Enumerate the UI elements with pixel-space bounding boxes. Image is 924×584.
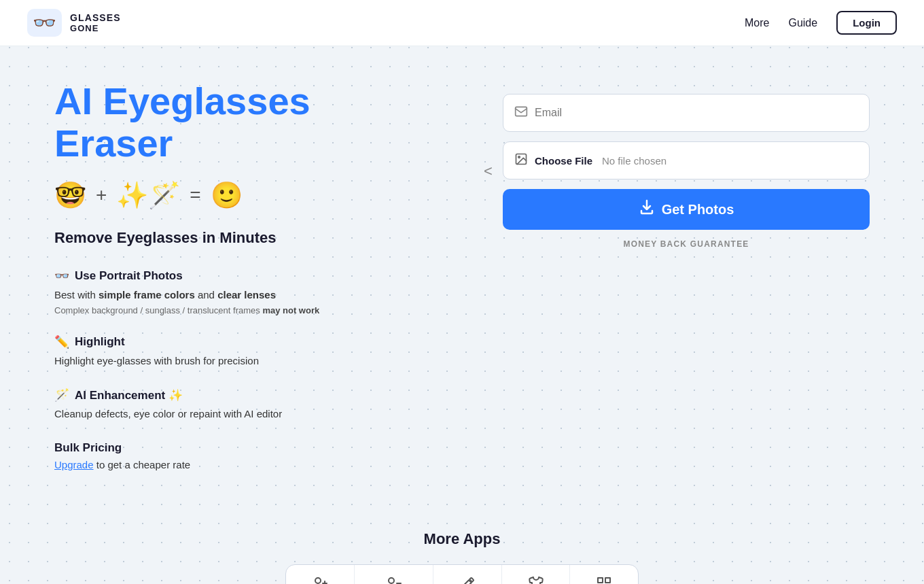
feature-ai-desc: Cleanup defects, eye color or repaint wi… <box>54 407 462 422</box>
app-photo-bomb[interactable]: PhotoBomb <box>286 565 355 584</box>
svg-point-2 <box>518 156 520 158</box>
app-erase-replace[interactable]: Erase &Replace <box>433 565 502 584</box>
get-photos-label: Get Photos <box>662 202 734 218</box>
emoji-plus: + <box>96 184 107 206</box>
feature-highlight-title: ✏️ Highlight <box>54 334 462 349</box>
apps-row: PhotoBomb EraseBackground Erase &Replace… <box>285 564 639 584</box>
hero-title-line1: AI Eyeglasses <box>54 80 310 122</box>
brand-sub: GONE <box>70 23 121 33</box>
file-input-group[interactable]: Choose File No file chosen <box>503 141 870 179</box>
right-column: < <box>503 94 870 249</box>
email-icon <box>514 105 528 122</box>
brand-icon: 👓 <box>27 9 62 37</box>
hero-title-line2: Eraser <box>54 122 173 165</box>
glasses-icon: 👓 <box>54 269 69 284</box>
login-button[interactable]: Login <box>836 11 897 35</box>
hero-subtitle: Remove Eyeglasses in Minutes <box>54 229 462 247</box>
nav-guide[interactable]: Guide <box>788 17 817 29</box>
pencil-icon: ✏️ <box>54 334 69 349</box>
feature-portrait-sub: Complex background / sunglass / transluc… <box>54 305 462 315</box>
bulk-pricing-title: Bulk Pricing <box>54 441 462 455</box>
brand-text: GLASSES GONE <box>70 12 121 34</box>
download-icon <box>639 199 655 220</box>
more-apps-title: More Apps <box>54 530 870 548</box>
person-remove-icon <box>385 576 402 584</box>
more-apps-section: More Apps PhotoBomb EraseBackground Eras… <box>27 530 897 584</box>
emoji-eq: = <box>190 184 200 206</box>
main-content: AI Eyeglasses Eraser 🤓 + ✨🪄 = 🙂 Remove E… <box>27 46 897 489</box>
arrow-hint: < <box>484 162 493 180</box>
choose-file-label[interactable]: Choose File <box>535 155 592 167</box>
app-erase-background[interactable]: EraseBackground <box>355 565 434 584</box>
upgrade-link[interactable]: Upgrade <box>54 459 94 470</box>
app-try-clothes[interactable]: TryClothes <box>502 565 571 584</box>
nav-more[interactable]: More <box>745 17 769 29</box>
feature-portrait-desc: Best with simple frame colors and clear … <box>54 288 462 303</box>
wand-icon: 🪄 <box>54 388 69 402</box>
get-photos-button[interactable]: Get Photos <box>503 189 870 230</box>
feature-portrait-title: 👓 Use Portrait Photos <box>54 269 462 284</box>
brand-name: GLASSES <box>70 12 121 24</box>
email-field[interactable] <box>535 107 858 119</box>
email-input-group <box>503 94 870 132</box>
paintbrush-icon <box>459 576 476 584</box>
svg-rect-0 <box>516 107 527 116</box>
feature-highlight: ✏️ Highlight Highlight eye-glasses with … <box>54 334 462 369</box>
shirt-icon <box>528 576 544 584</box>
form-card: < <box>503 94 870 249</box>
svg-rect-9 <box>605 578 610 583</box>
image-icon <box>514 152 528 169</box>
navbar: 👓 GLASSES GONE More Guide Login <box>0 0 924 46</box>
brand-logo-link[interactable]: 👓 GLASSES GONE <box>27 9 121 37</box>
emoji-smile: 🙂 <box>211 180 243 210</box>
guarantee-text: MONEY BACK GUARANTEE <box>503 239 870 249</box>
person-add-icon <box>312 576 328 584</box>
svg-point-3 <box>315 578 321 583</box>
nav-right: More Guide Login <box>745 11 897 35</box>
emoji-wand: ✨🪄 <box>116 180 180 210</box>
left-column: AI Eyeglasses Eraser 🤓 + ✨🪄 = 🙂 Remove E… <box>54 80 462 489</box>
feature-highlight-desc: Highlight eye-glasses with brush for pre… <box>54 354 462 369</box>
feature-ai: 🪄 AI Enhancement ✨ Cleanup defects, eye … <box>54 388 462 422</box>
bulk-pricing: Bulk Pricing Upgrade to get a cheaper ra… <box>54 441 462 470</box>
no-file-chosen: No file chosen <box>602 155 667 167</box>
emoji-row: 🤓 + ✨🪄 = 🙂 <box>54 180 462 210</box>
app-pixel-art[interactable]: PixelArt <box>570 565 638 584</box>
emoji-nerd: 🤓 <box>54 180 86 210</box>
pixel-icon <box>596 576 612 584</box>
svg-point-6 <box>389 578 394 583</box>
hero-title: AI Eyeglasses Eraser <box>54 80 462 164</box>
feature-portrait: 👓 Use Portrait Photos Best with simple f… <box>54 269 462 315</box>
bulk-pricing-desc: Upgrade to get a cheaper rate <box>54 459 462 470</box>
feature-ai-title: 🪄 AI Enhancement ✨ <box>54 388 462 402</box>
svg-rect-8 <box>598 578 603 583</box>
